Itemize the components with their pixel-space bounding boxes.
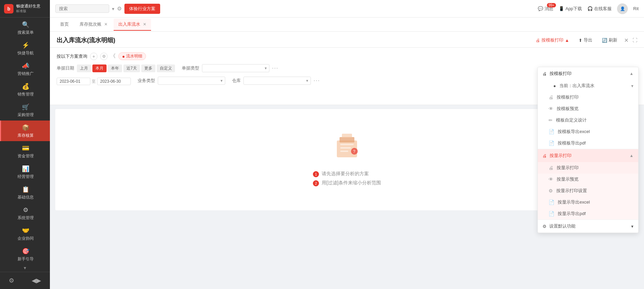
dropdown-item-template-print[interactable]: 🖨 按模板打印 — [538, 91, 638, 103]
refresh-button[interactable]: 🔄 刷新 — [599, 36, 620, 45]
search-chevron-icon[interactable]: ▾ — [112, 6, 114, 11]
online-service-button[interactable]: 🎧 在线客服 — [587, 6, 612, 12]
printer-icon: 🖨 — [536, 38, 540, 43]
step-2-number: 2 — [313, 180, 319, 186]
svg-text:?: ? — [353, 149, 355, 154]
date-options: 上月 本月 本年 近7天 更多 自定义 — [77, 64, 175, 72]
date-sep: 至 — [92, 79, 96, 84]
warehouse-select[interactable] — [243, 77, 311, 85]
empty-illustration: ? — [330, 130, 364, 164]
sidebar-item-system[interactable]: ⚙ 系统管理 — [0, 203, 50, 224]
template-preview-icon: 👁 — [549, 106, 553, 111]
tab-bar: 首页 库存批次账 ✕ 出入库流水 ✕ — [50, 18, 644, 32]
dropdown-item-template-export-excel[interactable]: 📄 按模板导出excel — [538, 126, 638, 137]
message-button[interactable]: 💬 消息 99+ — [538, 6, 553, 12]
display-settings-icon: ⚙ — [549, 188, 553, 193]
filter-date-range-group: 至 — [57, 76, 131, 85]
date-btn-this-year[interactable]: 本年 — [108, 64, 122, 72]
filter-biztype-group: 业务类型 ▾ — [138, 77, 225, 85]
dropdown-item-template-customize[interactable]: ✏ 模板自定义设计 — [538, 114, 638, 126]
sidebar-settings-btn[interactable]: ⚙ — [6, 275, 17, 286]
filter-add-button[interactable]: + — [90, 53, 97, 60]
username-label[interactable]: Rit — [633, 6, 639, 11]
biztype-select[interactable] — [158, 77, 225, 85]
sidebar-item-shortcut[interactable]: ⚡ 快捷导航 — [0, 38, 50, 59]
current-chevron-icon: ▾ — [631, 83, 634, 88]
date-btn-custom[interactable]: 自定义 — [157, 64, 175, 72]
cart-icon: 🛒 — [22, 103, 29, 111]
date-from-input[interactable] — [57, 78, 90, 85]
dropdown-item-template-preview[interactable]: 👁 按模板预览 — [538, 103, 638, 114]
tab-home[interactable]: 首页 — [55, 19, 74, 31]
display-print-title: 🖨 按显示打印 — [543, 153, 572, 159]
search-input[interactable] — [55, 4, 109, 13]
card-icon: 💳 — [22, 144, 29, 152]
sidebar-scroll-down[interactable]: ▼ — [0, 264, 50, 272]
dropdown-item-display-print-settings[interactable]: ⚙ 按显示打印设置 — [538, 185, 638, 196]
tab-flow[interactable]: 出入库流水 ✕ — [114, 19, 151, 31]
date-btn-more[interactable]: 更多 — [141, 64, 155, 72]
sidebar-item-basic[interactable]: 📋 基础信息 — [0, 182, 50, 203]
template-print-section-header[interactable]: 🖨 按模板打印 ▲ — [538, 67, 638, 80]
empty-steps-list: 1 请先选择要分析的方案 2 用[过滤]条件来缩小分析范围 — [313, 171, 381, 189]
warehouse-more-icon[interactable]: ··· — [314, 78, 320, 84]
dropdown-item-display-preview[interactable]: 👁 按显示预览 — [538, 174, 638, 185]
sidebar-item-finance[interactable]: 💳 资金管理 — [0, 141, 50, 162]
date-to-input[interactable] — [97, 78, 131, 85]
sidebar-item-marketing[interactable]: 📣 营销推广 — [0, 59, 50, 79]
template-customize-icon: ✏ — [549, 117, 553, 123]
date-btn-last-month[interactable]: 上月 — [77, 64, 91, 72]
refresh-icon: 🔄 — [602, 38, 607, 43]
dropdown-item-display-export-pdf[interactable]: 📄 按显示导出pdf — [538, 208, 638, 219]
doctype-select[interactable] — [202, 64, 269, 72]
message-icon: 💬 — [538, 6, 543, 11]
settings-chevron-down-icon: ▾ — [631, 224, 634, 229]
dropdown-item-display-print[interactable]: 🖨 按显示打印 — [538, 162, 638, 174]
chart-icon: 📊 — [22, 165, 29, 173]
date-btn-last7[interactable]: 近7天 — [123, 64, 140, 72]
filter-tag-liushui[interactable]: ● 流水明细 — [118, 52, 146, 60]
topbar-gear-icon[interactable]: ⚙ — [117, 5, 122, 12]
date-btn-this-month[interactable]: 本月 — [92, 64, 107, 72]
filter-settings-button[interactable]: ⚙ — [100, 53, 108, 60]
filter-date-group: 单据日期 上月 本月 本年 近7天 更多 自定义 — [57, 64, 175, 72]
sidebar-item-sales[interactable]: 💰 销售管理 — [0, 79, 50, 100]
search-icon: 🔍 — [22, 21, 29, 28]
dropdown-item-display-export-excel[interactable]: 📄 按显示导出excel — [538, 196, 638, 208]
sidebar-fold-btn[interactable]: ◀▶ — [29, 275, 44, 286]
logo-icon: b — [4, 4, 13, 14]
tab-flow-close-icon[interactable]: ✕ — [143, 22, 146, 27]
template-current-item[interactable]: ● 当前：出入库流水 ▾ — [538, 80, 638, 91]
sidebar-item-inventory[interactable]: 📦 库存核算 — [0, 121, 50, 141]
sidebar-item-search[interactable]: 🔍 搜索菜单 — [0, 18, 50, 38]
display-print-section-header[interactable]: 🖨 按显示打印 ▲ — [538, 149, 638, 162]
sidebar-item-guide[interactable]: 🎯 新手引导 — [0, 244, 50, 264]
box-icon: 📦 — [22, 124, 29, 131]
sidebar-item-purchase[interactable]: 🛒 采购管理 — [0, 100, 50, 121]
tab-batch[interactable]: 库存批次账 ✕ — [75, 19, 112, 31]
page-close-icon[interactable]: ✕ — [624, 37, 628, 44]
print-button[interactable]: 🖨 按模板打印 ▲ — [533, 36, 572, 45]
mobile-download-icon: 📱 — [559, 6, 564, 11]
biztype-select-wrapper: ▾ — [158, 77, 225, 85]
app-download-button[interactable]: 📱 App下载 — [559, 6, 582, 12]
trial-button[interactable]: 体验行业方案 — [124, 4, 160, 14]
content-area: 出入库流水(流水明细) 🖨 按模板打印 ▲ ⬆ 导出 🔄 刷新 ✕ ⛶ — [50, 32, 644, 289]
doctype-more-icon[interactable]: ··· — [272, 65, 279, 71]
template-excel-icon: 📄 — [549, 129, 554, 134]
page-title: 出入库流水(流水明细) — [57, 36, 115, 44]
export-button[interactable]: ⬆ 导出 — [576, 36, 595, 45]
empty-step-2: 2 用[过滤]条件来缩小分析范围 — [313, 180, 381, 186]
page-expand-icon[interactable]: ⛶ — [633, 37, 637, 43]
filter-collapse-icon[interactable]: 《 — [110, 53, 116, 60]
dropdown-settings-section[interactable]: ⚙ 设置默认功能 ▾ — [538, 220, 638, 233]
page-header: 出入库流水(流水明细) 🖨 按模板打印 ▲ ⬆ 导出 🔄 刷新 ✕ ⛶ — [50, 32, 644, 48]
dropdown-item-template-export-pdf[interactable]: 📄 按模板导出pdf — [538, 137, 638, 149]
export-icon: ⬆ — [579, 38, 582, 43]
display-print-section: 🖨 按显示打印 ▲ 🖨 按显示打印 👁 按显示预览 ⚙ 按显示打印设置 — [538, 149, 638, 220]
avatar[interactable]: 👤 — [617, 3, 628, 14]
app-logo: b 畅捷通好生意 标准版 — [0, 0, 50, 18]
sidebar-item-operations[interactable]: 📊 经营管理 — [0, 162, 50, 182]
tab-batch-close-icon[interactable]: ✕ — [104, 22, 108, 27]
sidebar-item-cooperation[interactable]: 🤝 企业协同 — [0, 224, 50, 244]
